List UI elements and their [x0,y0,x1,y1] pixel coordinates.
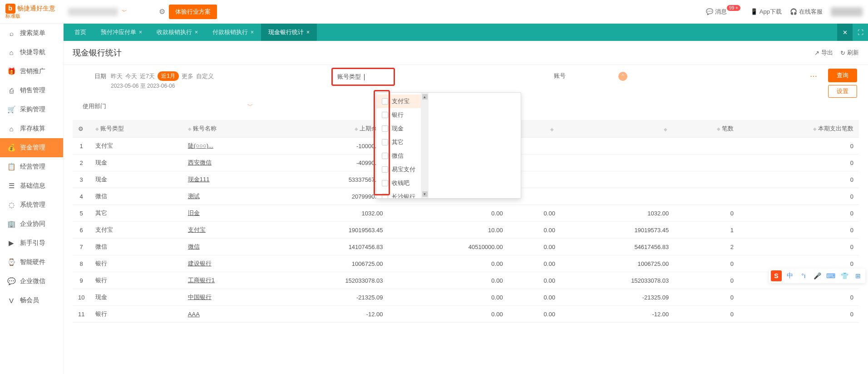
sidebar-item[interactable]: 🏢企业协同 [0,214,63,234]
sidebar-item[interactable]: 🎁营销推广 [0,62,63,81]
dept-select[interactable]: ﹀ [111,99,256,113]
mic-icon[interactable]: 🎤 [812,270,823,281]
sidebar-item[interactable]: 📋经营管理 [0,157,63,176]
org-selector[interactable]: ﹀ [68,8,159,16]
ime-lang-icon[interactable]: 中 [784,270,795,281]
ime-punct-icon[interactable]: °ı [798,270,809,281]
sidebar-item[interactable]: ⎙销售管理 [0,81,63,100]
account-link[interactable]: 工商银行1 [188,277,215,284]
date-chip[interactable]: 自定义 [196,72,214,80]
tab-fullscreen[interactable]: ⛶ [853,24,868,41]
column-header[interactable]: ◆账号类型 [90,120,182,138]
account-type-filter[interactable]: 账号类型 [331,68,395,86]
refresh-button[interactable]: ↻ 刷新 [840,49,859,57]
settings-button[interactable]: 设置 [828,85,857,98]
gear-icon[interactable]: ⚙ [159,7,165,16]
sogou-icon[interactable]: S [771,270,782,281]
dropdown-scrollbar[interactable]: ▴ ▾ [421,93,429,198]
keyboard-icon[interactable]: ⌨ [825,270,836,281]
row-index: 5 [73,205,90,222]
table-settings-header[interactable]: ⚙ [73,120,90,138]
date-chip[interactable]: 昨天 [111,72,123,80]
date-chip[interactable]: 更多 [182,72,193,80]
checkbox[interactable] [382,112,388,118]
date-chip[interactable]: 近1月 [158,71,179,81]
account-link[interactable]: 建设银行 [188,260,212,267]
sidebar-item[interactable]: ⌂库存核算 [0,119,63,138]
sidebar-item[interactable]: ☰基础信息 [0,176,63,195]
online-service-link[interactable]: 🎧 在线客服 [790,8,823,16]
dropdown-option[interactable]: 微信 [376,149,421,163]
account-link[interactable]: 旧金 [188,209,200,216]
try-industry-button[interactable]: 体验行业方案 [169,5,217,19]
account-link[interactable]: 测试 [188,193,200,199]
sidebar-item[interactable]: ⌚智能硬件 [0,253,63,272]
toolbox-icon[interactable]: ⊞ [853,270,863,281]
scroll-up-icon[interactable]: ▴ [422,94,428,100]
cell-type: 其它 [90,205,182,222]
date-chip[interactable]: 近7天 [140,72,155,80]
sidebar-icon: 💰 [7,144,15,152]
tab[interactable]: 首页 [67,24,94,41]
sidebar-item[interactable]: V畅会员 [0,291,63,310]
user-redacted[interactable] [831,7,863,16]
sidebar-item[interactable]: 🛒采购管理 [0,100,63,119]
sort-icon: ◆ [95,126,99,131]
date-chip[interactable]: 今天 [125,72,137,80]
account-filter[interactable]: 账号 [554,72,566,80]
sidebar-item[interactable]: 💬企业微信 [0,272,63,291]
dropdown-option[interactable]: 收钱吧 [376,176,421,190]
dropdown-option[interactable]: 银行 [376,108,421,122]
account-link[interactable]: 支付宝 [188,226,206,233]
checkbox[interactable] [382,166,388,173]
column-header[interactable]: ◆本期支出笔数 [739,120,859,138]
sidebar-item[interactable]: ⌂快捷导航 [0,43,63,62]
column-header[interactable]: ◆笔数 [674,120,739,138]
more-filters-icon[interactable]: ⋯ [810,72,818,80]
dropdown-option[interactable]: 易宝支付 [376,163,421,176]
dropdown-option[interactable]: 其它 [376,135,421,149]
cell-c6 [561,155,674,171]
tab-close-all[interactable]: ✕ [837,24,853,41]
sidebar-item[interactable]: ◌系统管理 [0,195,63,214]
column-header[interactable]: ◆ [561,120,674,138]
app-download-link[interactable]: 📱 App下载 [750,8,782,16]
dropdown-option[interactable]: 支付宝 [376,95,421,108]
column-header[interactable]: ◆账号名称 [182,120,275,138]
tab-label: 收款核销执行 [157,28,192,36]
close-icon[interactable]: × [306,29,310,35]
dropdown-option[interactable]: 长沙银行 [376,190,421,198]
tab[interactable]: 收款核销执行× [149,24,205,41]
sidebar-item[interactable]: ⌕搜索菜单 [0,24,63,43]
account-link[interactable]: 陡(○○○)... [188,142,213,149]
checkbox[interactable] [382,139,388,145]
query-button[interactable]: 查询 [828,69,857,82]
account-link[interactable]: AAA [188,311,200,318]
tab[interactable]: 预付冲应付单× [94,24,149,41]
account-link[interactable]: 现金111 [188,176,210,183]
checkbox[interactable] [382,98,388,105]
collapse-filter-icon[interactable]: ⌃ [618,72,627,81]
sidebar-item[interactable]: ▶新手引导 [0,234,63,253]
dropdown-option[interactable]: 现金 [376,122,421,135]
close-icon[interactable]: × [195,29,198,35]
column-header[interactable]: ◆上期余额 [275,120,388,138]
checkbox[interactable] [382,153,388,159]
close-icon[interactable]: × [139,29,142,35]
checkbox[interactable] [382,194,388,198]
messages-link[interactable]: 💬 消息 99 + [706,8,742,16]
account-link[interactable]: 微信 [188,243,200,250]
tab[interactable]: 现金银行统计× [261,24,317,41]
scroll-down-icon[interactable]: ▾ [422,191,428,197]
skin-icon[interactable]: 👕 [839,270,850,281]
cell-expense-count: 0 [739,306,859,323]
export-button[interactable]: ↗ 导出 [814,49,833,57]
checkbox[interactable] [382,180,388,186]
close-icon[interactable]: × [251,29,254,35]
account-link[interactable]: 中国银行 [188,294,212,300]
account-link[interactable]: 西安微信 [188,159,212,166]
sidebar-label: 系统管理 [20,201,45,209]
tab[interactable]: 付款核销执行× [205,24,261,41]
checkbox[interactable] [382,125,388,132]
sidebar-item[interactable]: 💰资金管理 [0,138,63,157]
